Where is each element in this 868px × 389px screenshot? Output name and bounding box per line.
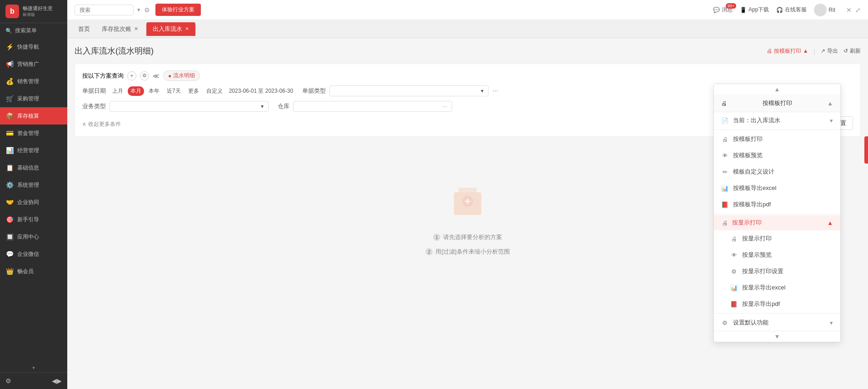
header-search-input[interactable]	[75, 5, 134, 15]
tab-batch-account[interactable]: 库存批次账 ✕	[95, 22, 145, 36]
dropdown-item-display-print[interactable]: 🖨 按显示打印	[714, 230, 840, 247]
sidebar-item-finance[interactable]: 💳 资金管理	[0, 125, 67, 142]
dropdown-scroll-up[interactable]: ▲	[714, 84, 840, 95]
sidebar-item-inventory[interactable]: 📦 库存核算	[0, 107, 67, 125]
header-dropdown-icon[interactable]: ▾	[137, 6, 140, 13]
dropdown-item-template-pdf[interactable]: 📕 按模板导出pdf	[714, 196, 840, 213]
warehouse-select[interactable]: ···	[293, 101, 452, 112]
app-download-label: App下载	[748, 6, 769, 14]
settings-icon[interactable]: ⚙	[5, 377, 11, 384]
sidebar-item-label: 资金管理	[17, 130, 39, 137]
close-window-button[interactable]: ✕	[846, 6, 852, 14]
doc-type-more-icon[interactable]: ···	[492, 87, 498, 95]
dropdown-chevron-icon[interactable]: ▲	[827, 100, 833, 107]
logo-icon: b	[5, 5, 19, 18]
doc-type-select[interactable]: ▾	[329, 85, 489, 96]
sidebar-item-label: 采购管理	[17, 95, 39, 103]
template-print-label: 按模板打印	[733, 135, 763, 143]
dropdown-item-template-excel[interactable]: 📊 按模板导出excel	[714, 180, 840, 196]
right-edge-handle[interactable]	[864, 136, 868, 164]
collapse-icon[interactable]: ◀▶	[52, 377, 62, 384]
print-chevron-up-icon: ▲	[803, 48, 808, 54]
dropdown-scroll-down[interactable]: ▼	[714, 331, 840, 342]
sidebar-item-sales[interactable]: 💰 销售管理	[0, 73, 67, 90]
export-button[interactable]: ↗ 导出	[821, 47, 838, 55]
divider-2	[714, 214, 840, 214]
collapse-more-button[interactable]: ∧ 收起更多条件	[82, 120, 121, 128]
refresh-icon: ↺	[843, 48, 848, 54]
date-tab-this-year[interactable]: 本年	[146, 86, 162, 96]
print-template-button[interactable]: 🖨 按模板打印 ▲	[767, 47, 808, 55]
sidebar-item-operation[interactable]: 📊 经营管理	[0, 142, 67, 159]
guide-icon: 🎯	[5, 215, 14, 224]
sidebar-item-wechat[interactable]: 💬 企业微信	[0, 245, 67, 263]
sidebar-item-marketing[interactable]: 📢 营销推广	[0, 55, 67, 73]
tab-inout-flow[interactable]: 出入库流水 ✕	[146, 22, 195, 36]
sidebar-item-system[interactable]: ⚙️ 系统管理	[0, 176, 67, 194]
dropdown-item-display-preview[interactable]: 👁 按显示预览	[714, 247, 840, 263]
tab-close-inout-flow[interactable]: ✕	[185, 26, 189, 32]
template-excel-label: 按模板导出excel	[733, 184, 776, 192]
dropdown-item-template-print[interactable]: 🖨 按模板打印	[714, 131, 840, 147]
sidebar-item-enterprise[interactable]: 🤝 企业协同	[0, 194, 67, 211]
display-print-label: 按显示打印	[742, 234, 772, 243]
date-tab-custom[interactable]: 自定义	[204, 86, 225, 96]
print-icon-header: 🖨	[721, 100, 727, 107]
empty-hint-1: 1 请先选择要分析的方案	[433, 231, 502, 243]
filter-tag-label: 流水明细	[173, 72, 195, 80]
dropdown-item-display-excel[interactable]: 📊 按显示导出excel	[714, 279, 840, 296]
message-button[interactable]: 💬 消息 99+	[713, 6, 733, 14]
tab-label: 库存批次账	[102, 25, 131, 33]
dropdown-item-template-custom[interactable]: ✏ 模板自定义设计	[714, 164, 840, 180]
app-download-button[interactable]: 📱 App下载	[740, 6, 769, 14]
hint-text-1: 请先选择要分析的方案	[443, 233, 502, 241]
warehouse-label: 仓库	[278, 102, 289, 110]
display-print-header[interactable]: 🖨 按显示打印 ▲	[714, 215, 840, 230]
tab-close-batch-account[interactable]: ✕	[134, 26, 138, 32]
sidebar-item-purchase[interactable]: 🛒 采购管理	[0, 90, 67, 107]
date-tab-last-month[interactable]: 上月	[110, 86, 126, 96]
trial-industry-button[interactable]: 体验行业方案	[155, 4, 201, 16]
dropdown-item-template-preview[interactable]: 👁 按模板预览	[714, 147, 840, 164]
sidebar-item-appcenter[interactable]: 🔲 应用中心	[0, 228, 67, 245]
filter-settings-button[interactable]: ⚙	[140, 71, 149, 80]
sidebar-item-basic[interactable]: 📋 基础信息	[0, 159, 67, 176]
dropdown-current-template[interactable]: 📄 当前：出入库流水 ▾	[714, 112, 840, 129]
dropdown-item-display-pdf[interactable]: 📕 按显示导出pdf	[714, 296, 840, 312]
date-tab-more[interactable]: 更多	[185, 86, 202, 96]
filter-add-button[interactable]: +	[127, 71, 136, 80]
sidebar-item-guide[interactable]: 🎯 新手引导	[0, 211, 67, 228]
date-tab-7days[interactable]: 近7天	[164, 86, 184, 96]
page-content: 出入库流水(流水明细) 🖨 按模板打印 ▲ | ↗ 导出 ↺ 刷新	[67, 38, 868, 389]
export-label: 导出	[827, 47, 838, 55]
user-area[interactable]: Rit	[814, 4, 835, 16]
tab-home[interactable]: 首页	[75, 22, 94, 36]
display-print-icon: 🖨	[730, 235, 738, 242]
search-menu-item[interactable]: 🔍 搜索菜单	[0, 23, 67, 38]
purchase-icon: 🛒	[5, 95, 14, 103]
filter-active-tag[interactable]: ● 流水明细	[163, 70, 200, 81]
sidebar-item-label: 应用中心	[17, 233, 39, 241]
filter-collapse-button[interactable]: ≪	[153, 72, 160, 80]
sidebar-item-quick-nav[interactable]: ⚡ 快捷导航	[0, 38, 67, 55]
current-template-icon: 📄	[721, 117, 728, 124]
maximize-window-button[interactable]: ⤢	[855, 6, 861, 14]
biz-type-dropdown-icon: ▾	[261, 103, 264, 110]
header-gear-icon[interactable]: ⚙	[144, 6, 150, 14]
dropdown-item-default-func[interactable]: ⚙ 设置默认功能 ▾	[714, 314, 840, 331]
sidebar-item-vip[interactable]: 👑 畅会员	[0, 263, 67, 280]
system-icon: ⚙️	[5, 181, 14, 189]
refresh-button[interactable]: ↺ 刷新	[843, 47, 861, 55]
date-tab-this-month[interactable]: 本月	[128, 86, 144, 96]
online-service-button[interactable]: 🎧 在线客服	[776, 6, 807, 14]
dropdown-item-display-settings[interactable]: ⚙ 按显示打印设置	[714, 263, 840, 279]
search-menu-label: 搜索菜单	[15, 27, 37, 35]
sidebar-scroll-down[interactable]: ▼	[0, 364, 67, 372]
date-filter-group: 单据日期 上月 本月 本年 近7天 更多 自定义 2023-06-01 至 20…	[82, 86, 293, 96]
inventory-icon: 📦	[5, 112, 14, 120]
online-service-icon: 🎧	[776, 7, 783, 13]
sales-icon: 💰	[5, 77, 14, 85]
message-badge: 99+	[726, 3, 736, 9]
sidebar-item-label: 企业协同	[17, 199, 39, 206]
biz-type-select[interactable]: ▾	[110, 101, 269, 112]
